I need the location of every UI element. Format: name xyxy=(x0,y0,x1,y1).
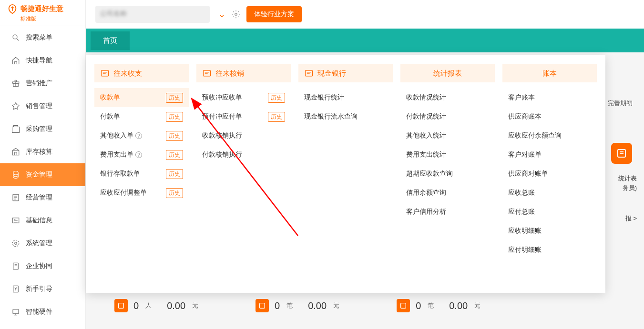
mega-item-0-0[interactable]: 收款单历史 xyxy=(94,88,189,107)
sidebar-item-label: 销售管理 xyxy=(26,102,52,110)
chevron-down-icon[interactable]: ⌄ xyxy=(218,9,225,20)
peek-weekly[interactable]: 报 > xyxy=(625,214,637,223)
sidebar-item-label: 基础信息 xyxy=(26,216,52,225)
help-icon[interactable]: ? xyxy=(135,151,142,158)
mega-item-label: 收款核销执行 xyxy=(202,131,242,140)
sidebar-item-1[interactable]: 快捷导航 xyxy=(0,49,85,72)
guide-icon xyxy=(11,285,20,293)
sidebar-item-9[interactable]: 系统管理 xyxy=(0,232,85,255)
mega-item-label: 应收明细账 xyxy=(508,227,542,235)
mega-item-2-1[interactable]: 现金银行流水查询 xyxy=(298,107,393,126)
mega-column-header: 账本 xyxy=(502,64,597,82)
company-selector[interactable]: 公司名称 xyxy=(95,6,210,23)
topbar: 公司名称 ⌄ 体验行业方案 xyxy=(86,0,644,29)
stat-icon xyxy=(114,299,128,312)
sidebar-item-4[interactable]: 采购管理 xyxy=(0,118,85,140)
logo-area: 畅捷通好生意 标准版 xyxy=(0,0,85,26)
mega-item-label: 付款情况统计 xyxy=(406,112,446,121)
mega-item-label: 收款单 xyxy=(100,93,120,102)
mega-item-0-3[interactable]: 费用支出单?历史 xyxy=(94,145,189,164)
sidebar-item-0[interactable]: 搜索菜单 xyxy=(0,26,85,49)
gear-icon[interactable] xyxy=(231,10,241,19)
stat-count: 0 xyxy=(275,300,280,311)
mega-item-1-0[interactable]: 预收冲应收单历史 xyxy=(196,88,291,107)
sidebar-item-12[interactable]: 智能硬件 xyxy=(0,300,85,323)
mega-item-1-3[interactable]: 付款核销执行 xyxy=(196,145,291,164)
sidebar-item-11[interactable]: 新手引导 xyxy=(0,278,85,300)
tab-home[interactable]: 首页 xyxy=(91,31,130,50)
mega-item-4-0[interactable]: 客户账本 xyxy=(502,88,597,107)
history-badge[interactable]: 历史 xyxy=(166,188,183,198)
sidebar-item-label: 智能硬件 xyxy=(26,308,52,316)
mega-item-label: 应付总账 xyxy=(508,208,535,216)
mega-item-label: 客户对账单 xyxy=(508,150,542,159)
mega-menu-panel: 往来收支收款单历史付款单历史其他收入单?历史费用支出单?历史银行存取款单历史应收… xyxy=(86,55,605,293)
history-badge[interactable]: 历史 xyxy=(166,131,183,141)
industry-plan-button[interactable]: 体验行业方案 xyxy=(246,6,302,22)
svg-rect-13 xyxy=(306,70,313,76)
mega-item-3-3[interactable]: 费用支出统计 xyxy=(400,145,495,164)
mega-item-label: 信用余额查询 xyxy=(406,189,446,197)
help-icon[interactable]: ? xyxy=(135,132,142,139)
mega-item-4-5[interactable]: 应收总账 xyxy=(502,183,597,202)
mega-item-2-0[interactable]: 现金银行统计 xyxy=(298,88,393,107)
sidebar-item-2[interactable]: 营销推广 xyxy=(0,72,85,95)
mega-item-4-6[interactable]: 应付总账 xyxy=(502,202,597,221)
stat-value: 0.00 xyxy=(308,300,327,311)
mega-column-0: 往来收支收款单历史付款单历史其他收入单?历史费用支出单?历史银行存取款单历史应收… xyxy=(91,64,193,283)
history-badge[interactable]: 历史 xyxy=(268,112,285,122)
mega-item-4-1[interactable]: 供应商账本 xyxy=(502,107,597,126)
history-badge[interactable]: 历史 xyxy=(166,169,183,179)
mega-item-0-4[interactable]: 银行存取款单历史 xyxy=(94,164,189,183)
mega-item-4-4[interactable]: 供应商对账单 xyxy=(502,164,597,183)
mega-item-label: 费用支出统计 xyxy=(406,150,446,159)
sidebar-item-8[interactable]: 基础信息 xyxy=(0,209,85,232)
history-badge[interactable]: 历史 xyxy=(166,93,183,103)
history-badge[interactable]: 历史 xyxy=(166,150,183,160)
history-badge[interactable]: 历史 xyxy=(268,93,285,103)
sidebar-item-label: 快捷导航 xyxy=(26,56,52,65)
mega-item-3-4[interactable]: 超期应收款查询 xyxy=(400,164,495,183)
stat-count: 0 xyxy=(416,300,421,311)
sidebar-item-5[interactable]: 库存核算 xyxy=(0,140,85,163)
mega-item-label: 超期应收款查询 xyxy=(406,169,453,178)
mega-item-4-3[interactable]: 客户对账单 xyxy=(502,145,597,164)
mega-item-0-1[interactable]: 付款单历史 xyxy=(94,107,189,126)
history-badge[interactable]: 历史 xyxy=(166,112,183,122)
svg-point-10 xyxy=(235,13,237,16)
mega-item-3-5[interactable]: 信用余额查询 xyxy=(400,183,495,202)
svg-rect-7 xyxy=(13,263,19,269)
column-icon xyxy=(304,69,314,78)
sidebar-item-10[interactable]: 企业协同 xyxy=(0,255,85,278)
search-icon xyxy=(11,33,20,42)
system-icon xyxy=(11,239,20,248)
mega-item-4-2[interactable]: 应收应付余额查询 xyxy=(502,126,597,145)
mega-item-3-6[interactable]: 客户信用分析 xyxy=(400,202,495,221)
sidebar-item-label: 经营管理 xyxy=(26,193,52,202)
sidebar-item-label: 企业协同 xyxy=(26,262,52,270)
mega-item-0-5[interactable]: 应收应付调整单历史 xyxy=(94,183,189,202)
brand-name: 畅捷通好生意 xyxy=(20,4,63,13)
float-card-icon[interactable] xyxy=(611,143,632,164)
sidebar-item-6[interactable]: 资金管理 xyxy=(0,163,85,186)
collab-icon xyxy=(11,262,20,270)
mega-item-3-1[interactable]: 付款情况统计 xyxy=(400,107,495,126)
mega-column-4: 账本客户账本供应商账本应收应付余额查询客户对账单供应商对账单应收总账应付总账应收… xyxy=(499,64,601,283)
mega-item-4-7[interactable]: 应收明细账 xyxy=(502,221,597,240)
mega-column-3: 统计报表收款情况统计付款情况统计其他收入统计费用支出统计超期应收款查询信用余额查… xyxy=(397,64,499,283)
mega-item-label: 预付冲应付单 xyxy=(202,112,242,121)
mega-item-3-0[interactable]: 收款情况统计 xyxy=(400,88,495,107)
mega-item-1-1[interactable]: 预付冲应付单历史 xyxy=(196,107,291,126)
right-peek: 完善期初 xyxy=(606,55,644,111)
mega-item-1-2[interactable]: 收款核销执行 xyxy=(196,126,291,145)
mega-item-0-2[interactable]: 其他收入单?历史 xyxy=(94,126,189,145)
mega-item-label: 费用支出单? xyxy=(100,150,142,159)
mega-item-4-8[interactable]: 应付明细账 xyxy=(502,240,597,259)
sidebar-item-7[interactable]: 经营管理 xyxy=(0,186,85,209)
svg-rect-9 xyxy=(13,309,19,314)
mega-item-3-2[interactable]: 其他收入统计 xyxy=(400,126,495,145)
mega-column-1: 往来核销预收冲应收单历史预付冲应付单历史收款核销执行付款核销执行 xyxy=(193,64,295,283)
sidebar-item-label: 系统管理 xyxy=(26,239,52,248)
sidebar-item-3[interactable]: 销售管理 xyxy=(0,95,85,118)
svg-point-0 xyxy=(13,35,17,39)
